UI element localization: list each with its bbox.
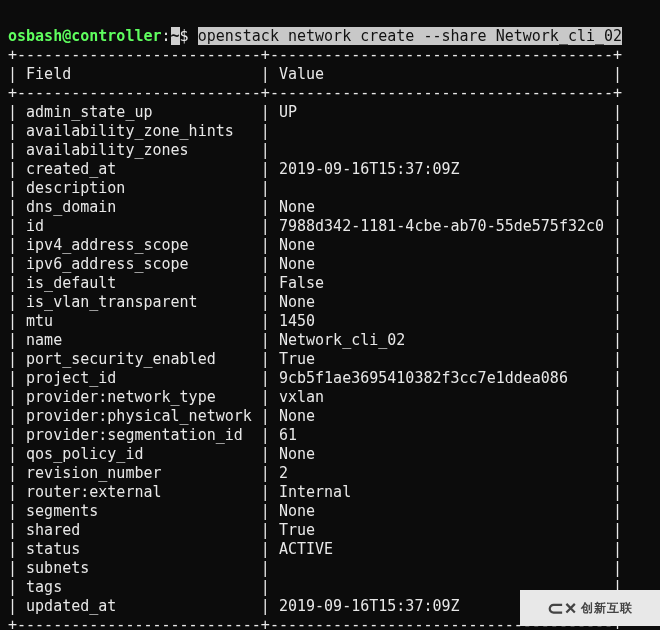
table-border-top: +---------------------------+-----------…: [8, 46, 622, 64]
table-row: | provider:segmentation_id | 61 |: [8, 426, 622, 444]
table-row: | is_default | False |: [8, 274, 622, 292]
table-row: | router:external | Internal |: [8, 483, 622, 501]
table-row: | id | 7988d342-1181-4cbe-ab70-55de575f3…: [8, 217, 622, 235]
table-row: | ipv4_address_scope | None |: [8, 236, 622, 254]
prompt-at: @: [62, 27, 71, 45]
table-row: | shared | True |: [8, 521, 622, 539]
table-row: | port_security_enabled | True |: [8, 350, 622, 368]
table-row: | segments | None |: [8, 502, 622, 520]
table-row: | description | |: [8, 179, 622, 197]
table-row: | created_at | 2019-09-16T15:37:09Z |: [8, 160, 622, 178]
table-header-sep: +---------------------------+-----------…: [8, 84, 622, 102]
table-row: | revision_number | 2 |: [8, 464, 622, 482]
table-row: | admin_state_up | UP |: [8, 103, 622, 121]
table-row: | qos_policy_id | None |: [8, 445, 622, 463]
watermark-text: 创新互联: [581, 599, 633, 618]
prompt-sep: :: [162, 27, 171, 45]
prompt-user: osbash: [8, 27, 62, 45]
table-row: | dns_domain | None |: [8, 198, 622, 216]
table-row: | mtu | 1450 |: [8, 312, 622, 330]
watermark: ⊂× 创新互联: [520, 590, 660, 626]
watermark-logo-icon: ⊂×: [547, 599, 578, 618]
table-row: | name | Network_cli_02 |: [8, 331, 622, 349]
table-row: | provider:network_type | vxlan |: [8, 388, 622, 406]
table-header: | Field | Value |: [8, 65, 622, 83]
table-row: | project_id | 9cb5f1ae3695410382f3cc7e1…: [8, 369, 622, 387]
table-row: | provider:physical_network | None |: [8, 407, 622, 425]
table-row: | ipv6_address_scope | None |: [8, 255, 622, 273]
table-row: | status | ACTIVE |: [8, 540, 622, 558]
table-row: | availability_zones | |: [8, 141, 622, 159]
table-row: | is_vlan_transparent | None |: [8, 293, 622, 311]
prompt-dollar: $: [180, 27, 198, 45]
table-row: | availability_zone_hints | |: [8, 122, 622, 140]
table-row: | subnets | |: [8, 559, 622, 577]
prompt-host: controller: [71, 27, 161, 45]
prompt-path: ~: [171, 27, 180, 45]
terminal-area[interactable]: osbash@controller:~$ openstack network c…: [0, 0, 660, 630]
command-line: openstack network create --share Network…: [198, 27, 622, 45]
